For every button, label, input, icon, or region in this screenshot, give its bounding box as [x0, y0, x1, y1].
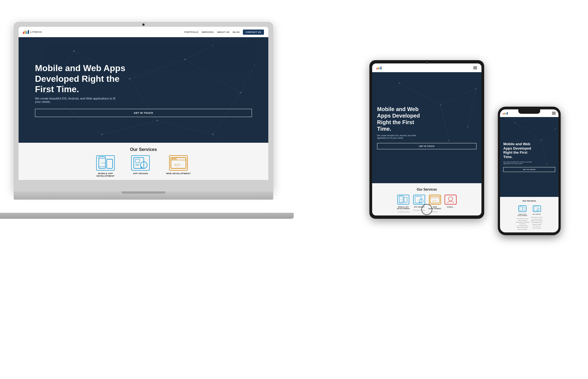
laptop: LITMIOS PORTFOLIO SERVICES ABOUT US BLOG…: [14, 22, 273, 219]
svg-line-9: [185, 45, 213, 59]
svg-point-44: [399, 83, 400, 84]
nav-about[interactable]: ABOUT US: [217, 31, 230, 33]
svg-point-68: [546, 163, 547, 164]
p-hamburger-line-2: [552, 113, 556, 113]
tablet-mobile-icon: </>: [397, 195, 409, 205]
tablet-hero-cta[interactable]: GET IN TOUCH: [377, 143, 477, 149]
app-design-label: APP DESIGN: [133, 172, 148, 175]
laptop-hero-title: Mobile and Web Apps Developed Right the …: [35, 63, 128, 94]
tablet-home-button[interactable]: [421, 204, 432, 215]
svg-point-67: [555, 128, 556, 129]
logo-bar-1: [23, 32, 24, 34]
laptop-logo: LITMIOS: [23, 30, 42, 34]
svg-point-15: [240, 92, 241, 94]
phone-hero-title: Mobile and Web Apps Developed Right the …: [503, 142, 536, 159]
tablet-design-icon: [413, 195, 425, 205]
tablet-website: Mobile and Web Apps Developed Right the …: [372, 63, 481, 215]
nav-portfolio[interactable]: PORTFOLIO: [184, 31, 198, 33]
svg-line-41: [468, 89, 476, 127]
svg-point-13: [129, 78, 130, 80]
nav-blog[interactable]: BLOG: [233, 31, 240, 33]
phone-design-subs: User Experience Design User Interface De…: [531, 217, 543, 229]
svg-rect-53: [404, 197, 407, 202]
svg-text:</>: </>: [400, 199, 403, 200]
tablet-hero: Mobile and Web Apps Developed Right the …: [372, 72, 481, 183]
svg-text:</>: </>: [101, 161, 106, 164]
laptop-website: LITMIOS PORTFOLIO SERVICES ABOUT US BLOG…: [19, 27, 268, 180]
svg-rect-71: [523, 207, 525, 211]
svg-point-65: [514, 122, 515, 123]
laptop-services-heading: Our Services: [130, 147, 157, 152]
svg-line-63: [541, 141, 547, 164]
laptop-foot: [0, 213, 294, 219]
phone-notch: [518, 109, 540, 114]
t-logo-bar-4: [381, 66, 381, 69]
tablet: Mobile and Web Apps Developed Right the …: [369, 60, 484, 219]
laptop-services-grid: </> MOBILE APPDEVELOPMENT: [96, 155, 190, 177]
svg-point-20: [212, 45, 213, 46]
phone-services: Our Services MOBILE APPDEVELOPMENT: [500, 197, 558, 232]
hamburger-line-1: [473, 66, 477, 67]
phone-mobile-label: MOBILE APPDEVELOPMENT: [518, 214, 527, 216]
laptop-nav: LITMIOS PORTFOLIO SERVICES ABOUT US BLOG…: [19, 27, 268, 37]
hamburger-line-3: [473, 69, 477, 69]
svg-point-16: [157, 120, 158, 121]
svg-point-14: [184, 59, 186, 60]
web-dev-icon: </>: [169, 155, 188, 171]
phone-logo: [503, 112, 508, 115]
logo-text: LITMIOS: [30, 31, 42, 33]
laptop-camera: [142, 24, 145, 26]
service-item-web: </> WEB DEVELOPMENT: [166, 155, 190, 177]
t-logo-bar-3: [379, 68, 380, 69]
phone-screen: Mobile and Web Apps Developed Right the …: [500, 109, 558, 232]
svg-rect-72: [534, 207, 538, 211]
web-dev-label: WEB DEVELOPMENT: [166, 172, 190, 175]
phone-design-icon: [533, 205, 541, 212]
tablet-web-sub: API/Backend...: [431, 211, 438, 213]
tablet-mobile-sub: User Experience Design: [398, 211, 409, 213]
laptop-hero-cta[interactable]: GET IN TOUCH: [35, 109, 252, 117]
phone-menu-button[interactable]: [552, 112, 556, 115]
svg-point-46: [475, 88, 477, 89]
tablet-consult-label: CONSU...: [447, 206, 454, 208]
svg-line-39: [399, 83, 440, 105]
p-logo-bar-3: [505, 113, 506, 115]
tablet-camera: [426, 62, 428, 64]
mobile-app-icon: </>: [96, 155, 115, 171]
svg-point-37: [175, 158, 177, 159]
phone-mobile-subs: User Experience Design Native iOS (Swift…: [516, 218, 529, 230]
svg-line-61: [515, 123, 541, 140]
tablet-mobile-label: MOBILE APPDEVELOPMENT: [397, 206, 410, 209]
tablet-service-mobile: </> MOBILE APPDEVELOPMENT User Experienc…: [397, 195, 410, 213]
tablet-screen: Mobile and Web Apps Developed Right the …: [372, 63, 481, 215]
phone-hero-cta[interactable]: GET IN TOUCH: [503, 167, 555, 172]
t-logo-bar-2: [378, 67, 379, 69]
svg-line-10: [240, 65, 254, 93]
svg-line-62: [541, 129, 555, 141]
phone-logo-bars: [503, 112, 508, 115]
svg-line-42: [440, 105, 449, 141]
p-hamburger-line-3: [552, 114, 556, 115]
svg-point-36: [174, 158, 175, 159]
svg-rect-26: [107, 159, 113, 168]
svg-rect-54: [415, 196, 421, 203]
phone-mobile-icon: [518, 205, 527, 212]
tablet-consult-icon: [445, 195, 457, 205]
hamburger-line-2: [473, 68, 477, 68]
phone: Mobile and Web Apps Developed Right the …: [498, 107, 561, 235]
p-hamburger-line-1: [552, 112, 556, 112]
laptop-base: [14, 191, 273, 200]
nav-services[interactable]: SERVICES: [202, 31, 214, 33]
nav-contact-button[interactable]: CONTACT US: [243, 30, 264, 35]
phone-service-design: APP DESIGN User Experience Design User I…: [531, 205, 543, 230]
tablet-menu-button[interactable]: [473, 66, 477, 69]
phone-website: Mobile and Web Apps Developed Right the …: [500, 109, 558, 232]
svg-text:</>: </>: [174, 163, 180, 167]
laptop-outer: LITMIOS PORTFOLIO SERVICES ABOUT US BLOG…: [14, 22, 273, 191]
phone-hero-subtitle: We create beautiful iOS, Android, and We…: [503, 161, 536, 164]
tablet-services-heading: Our Services: [417, 188, 437, 191]
scene: LITMIOS PORTFOLIO SERVICES ABOUT US BLOG…: [0, 0, 588, 379]
tablet-web-icon: </>: [429, 195, 441, 205]
p-logo-bar-1: [503, 113, 504, 115]
logo-bar-4: [28, 30, 29, 34]
